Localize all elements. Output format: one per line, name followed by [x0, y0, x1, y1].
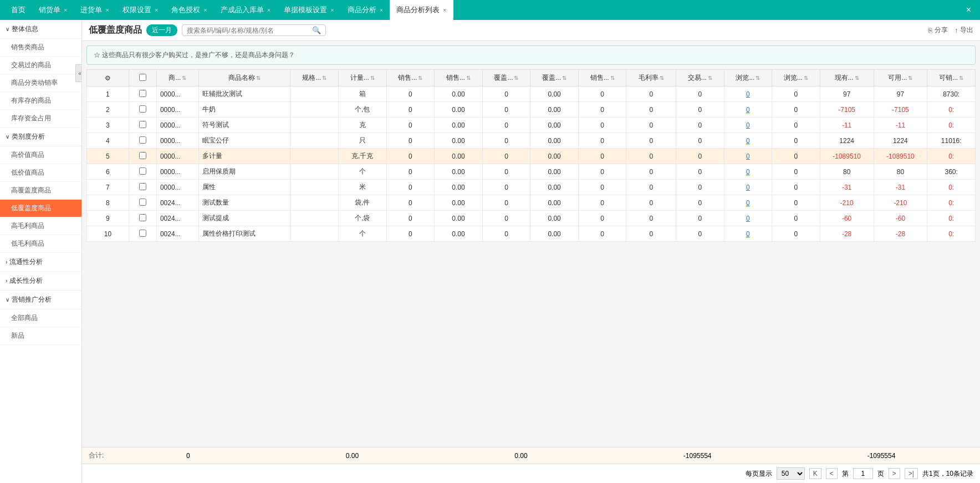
- nav-role-auth-close[interactable]: ×: [203, 7, 207, 13]
- nav-product-analysis[interactable]: 商品分析 ×: [341, 0, 390, 20]
- browse1-col-header[interactable]: 浏览...⇅: [724, 70, 772, 87]
- code-col-header[interactable]: 商...⇅: [156, 70, 198, 87]
- nav-template-settings-close[interactable]: ×: [330, 7, 334, 13]
- unit-col-header[interactable]: 计量...⇅: [338, 70, 386, 87]
- row-code: 0000...: [156, 164, 198, 180]
- first-page-button[interactable]: K: [809, 468, 821, 479]
- sidebar-item-category-turnover[interactable]: 商品分类动销率: [0, 74, 81, 92]
- stock1-col-header[interactable]: 现有...⇅: [820, 70, 874, 87]
- prev-page-button[interactable]: <: [826, 468, 838, 479]
- share-button[interactable]: ⎘ 分享: [928, 26, 948, 35]
- nav-template-settings[interactable]: 单据模板设置 ×: [277, 0, 340, 20]
- export-button[interactable]: ↑ 导出: [955, 26, 973, 35]
- row-unit: 克,千克: [338, 149, 386, 164]
- sidebar-item-high-margin[interactable]: 高毛利商品: [0, 217, 81, 235]
- stock3-col-header[interactable]: 可销...⇅: [927, 70, 976, 87]
- time-filter-button[interactable]: 近一月: [146, 24, 177, 36]
- nav-purchase-close[interactable]: ×: [105, 7, 109, 13]
- sidebar-section-circulation[interactable]: › 流通性分析: [0, 253, 81, 272]
- row-browse2: 0: [772, 133, 820, 149]
- spec-col-header[interactable]: 规格...⇅: [290, 70, 339, 87]
- row-code: 0024...: [156, 226, 198, 242]
- nav-product-analysis-close[interactable]: ×: [380, 7, 383, 13]
- row-browse1[interactable]: 0: [724, 211, 772, 226]
- sales-qty-col-header[interactable]: 销售...⇅: [386, 70, 435, 87]
- browse2-col-header[interactable]: 浏览...⇅: [772, 70, 820, 87]
- row-browse1[interactable]: 0: [724, 164, 772, 180]
- sidebar-item-new-products[interactable]: 新品: [0, 327, 81, 345]
- sidebar-collapse-button[interactable]: «: [75, 64, 82, 82]
- sidebar-item-traded-products[interactable]: 交易过的商品: [0, 57, 81, 74]
- transaction-col-header[interactable]: 交易...⇅: [676, 70, 724, 87]
- row-checkbox[interactable]: [129, 118, 156, 133]
- nav-product-analysis-list[interactable]: 商品分析列表 ×: [390, 0, 453, 20]
- checkbox-col-header[interactable]: [129, 70, 156, 87]
- nav-permissions-close[interactable]: ×: [155, 7, 158, 13]
- last-page-button[interactable]: >|: [905, 468, 918, 479]
- row-browse1[interactable]: 0: [724, 102, 772, 118]
- sidebar-item-high-coverage[interactable]: 高覆盖度商品: [0, 182, 81, 200]
- gross-margin-col-header[interactable]: 毛利率⇅: [626, 70, 676, 87]
- row-checkbox[interactable]: [129, 180, 156, 195]
- sidebar-item-low-margin[interactable]: 低毛利商品: [0, 235, 81, 253]
- row-transaction: 0: [676, 164, 724, 180]
- settings-col-header[interactable]: ⚙: [87, 70, 129, 87]
- per-page-select[interactable]: 50 20 100: [777, 467, 805, 480]
- row-cov2: 0.00: [530, 149, 579, 164]
- nav-product-analysis-list-close[interactable]: ×: [443, 7, 446, 13]
- row-browse1[interactable]: 0: [724, 149, 772, 164]
- sales3-col-header[interactable]: 销售...⇅: [578, 70, 626, 87]
- next-page-button[interactable]: >: [889, 468, 900, 479]
- coverage2-col-header[interactable]: 覆盖...⇅: [530, 70, 579, 87]
- nav-product-warehouse[interactable]: 产成品入库单 ×: [214, 0, 277, 20]
- nav-sales[interactable]: 销货单 ×: [32, 0, 74, 20]
- nav-role-auth[interactable]: 角色授权 ×: [165, 0, 213, 20]
- page-input[interactable]: [853, 468, 873, 479]
- row-cov2: 0.00: [530, 164, 579, 180]
- row-sales-qty: 0: [386, 211, 435, 226]
- sidebar-item-inventory-capital[interactable]: 库存资金占用: [0, 110, 81, 128]
- row-checkbox[interactable]: [129, 102, 156, 118]
- row-checkbox[interactable]: [129, 164, 156, 180]
- row-checkbox[interactable]: [129, 87, 156, 102]
- close-all-button[interactable]: ×: [962, 5, 976, 15]
- row-browse1[interactable]: 0: [724, 180, 772, 195]
- row-browse1[interactable]: 0: [724, 87, 772, 102]
- coverage1-col-header[interactable]: 覆盖...⇅: [482, 70, 530, 87]
- sales-amount-col-header[interactable]: 销售...⇅: [435, 70, 483, 87]
- row-checkbox[interactable]: [129, 149, 156, 164]
- sidebar-item-in-stock[interactable]: 有库存的商品: [0, 92, 81, 110]
- sidebar-item-sales-products[interactable]: 销售类商品: [0, 39, 81, 57]
- sidebar-item-high-value[interactable]: 高价值商品: [0, 146, 81, 164]
- row-browse1[interactable]: 0: [724, 133, 772, 149]
- stock2-col-header[interactable]: 可用...⇅: [874, 70, 927, 87]
- name-col-header[interactable]: 商品名称⇅: [198, 70, 290, 87]
- nav-permissions[interactable]: 权限设置 ×: [116, 0, 165, 20]
- row-browse1[interactable]: 0: [724, 118, 772, 133]
- search-icon[interactable]: 🔍: [312, 26, 321, 34]
- sidebar-item-low-value[interactable]: 低价值商品: [0, 164, 81, 182]
- search-input[interactable]: [187, 27, 312, 34]
- sidebar-item-low-coverage[interactable]: 低覆盖度商品: [0, 200, 81, 217]
- row-browse1[interactable]: 0: [724, 195, 772, 211]
- sidebar-item-all-products[interactable]: 全部商品: [0, 309, 81, 327]
- table-container[interactable]: ⚙ 商...⇅ 商品名称⇅ 规格...⇅ 计量...⇅ 销售...⇅ 销售...…: [86, 69, 976, 447]
- nav-product-warehouse-close[interactable]: ×: [267, 7, 270, 13]
- chevron-right-icon: ›: [6, 259, 7, 265]
- row-checkbox[interactable]: [129, 226, 156, 242]
- row-checkbox[interactable]: [129, 211, 156, 226]
- sidebar-section-marketing[interactable]: ∨ 营销推广分析: [0, 291, 81, 309]
- select-all-checkbox[interactable]: [139, 74, 146, 81]
- footer-sales-qty: 0: [186, 452, 190, 460]
- sidebar-section-growth[interactable]: › 成长性分析: [0, 272, 81, 291]
- row-checkbox[interactable]: [129, 133, 156, 149]
- row-browse1[interactable]: 0: [724, 226, 772, 242]
- sidebar-section-category-analysis[interactable]: ∨ 类别度分析: [0, 128, 81, 146]
- row-stock3: 360:: [927, 164, 976, 180]
- nav-purchase[interactable]: 进货单 ×: [74, 0, 115, 20]
- content-header: 低覆盖度商品 近一月 🔍 ⎘ 分享 ↑ 导出: [82, 20, 980, 41]
- sidebar-section-overall[interactable]: ∨ 整体信息: [0, 20, 81, 39]
- nav-home[interactable]: 首页: [4, 0, 32, 20]
- row-checkbox[interactable]: [129, 195, 156, 211]
- nav-sales-close[interactable]: ×: [64, 7, 67, 13]
